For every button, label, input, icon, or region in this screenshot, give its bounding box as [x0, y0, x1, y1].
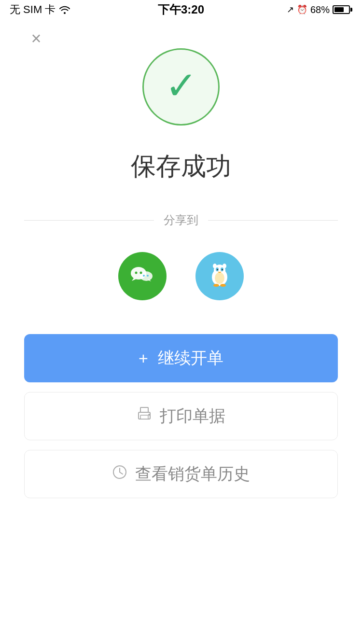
continue-icon: +: [139, 349, 148, 368]
status-right: ↗ ⏰ 68%: [287, 4, 352, 15]
success-circle: ✓: [142, 48, 220, 126]
divider-right: [208, 220, 338, 221]
svg-point-2: [135, 272, 138, 274]
wifi-icon: [59, 5, 70, 14]
svg-rect-18: [140, 407, 148, 412]
wechat-share-button[interactable]: [118, 252, 167, 300]
clock-icon: [112, 464, 127, 484]
continue-button[interactable]: + 继续开单: [24, 334, 338, 382]
carrier-text: 无 SIM 卡: [10, 2, 56, 17]
qq-share-button[interactable]: [195, 252, 244, 300]
alarm-icon: ⏰: [297, 4, 307, 15]
success-title: 保存成功: [131, 150, 231, 183]
wechat-icon: [128, 264, 157, 289]
share-section: 分享到: [0, 212, 362, 228]
svg-point-10: [217, 269, 218, 270]
continue-label: 继续开单: [158, 347, 223, 369]
qq-icon: [205, 262, 234, 291]
battery-percent: 68%: [310, 4, 330, 15]
close-button[interactable]: ×: [24, 27, 48, 51]
svg-point-15: [213, 264, 217, 268]
action-buttons: + 继续开单 打印单据 查看销货单历史: [0, 334, 362, 498]
divider-left: [24, 220, 154, 221]
svg-rect-19: [140, 415, 148, 419]
svg-point-4: [143, 275, 145, 277]
main-content: ✓ 保存成功 分享到: [0, 19, 362, 498]
status-bar: 无 SIM 卡 下午3:20 ↗ ⏰ 68%: [0, 0, 362, 19]
checkmark-icon: ✓: [165, 67, 197, 105]
battery-icon: [333, 5, 352, 14]
print-label: 打印单据: [160, 405, 225, 427]
printer-icon: [137, 406, 152, 426]
history-button[interactable]: 查看销货单历史: [24, 450, 338, 498]
svg-point-16: [223, 264, 226, 268]
svg-point-12: [215, 272, 224, 284]
svg-point-3: [140, 272, 142, 274]
svg-point-11: [222, 269, 223, 270]
svg-point-13: [213, 284, 219, 287]
svg-point-20: [148, 414, 150, 416]
history-label: 查看销货单历史: [135, 463, 250, 485]
status-left: 无 SIM 卡: [10, 2, 70, 17]
print-button[interactable]: 打印单据: [24, 392, 338, 440]
share-label: 分享到: [154, 212, 208, 228]
share-icons-container: [118, 252, 244, 300]
location-icon: ↗: [287, 4, 294, 15]
svg-point-14: [220, 284, 226, 287]
close-icon: ×: [31, 30, 41, 47]
status-time: 下午3:20: [158, 2, 204, 17]
svg-point-5: [147, 275, 149, 277]
